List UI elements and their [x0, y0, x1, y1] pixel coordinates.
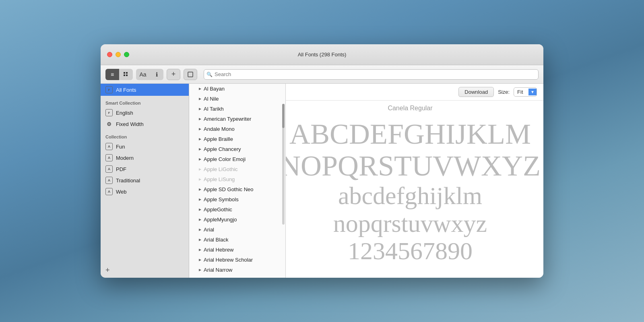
main-content: F All Fonts Smart Collection F English ⚙… [101, 84, 543, 278]
preview-content: Canela Regular ABCDEFGHIJKLM NOPQRSTUVWX… [286, 101, 543, 278]
svg-rect-3 [126, 74, 128, 76]
minimize-button[interactable] [116, 52, 121, 57]
font-name-label: Arial Hebrew Scholar [204, 257, 253, 263]
list-view-button[interactable]: ≡ [105, 69, 119, 80]
font-list-item[interactable]: ▶Al Nile [189, 94, 285, 104]
font-list-item[interactable]: ▶Andale Mono [189, 124, 285, 134]
grid-view-button[interactable] [119, 69, 133, 80]
font-name-label: Arial [204, 227, 214, 233]
preview-toolbar: Download Size: Fit ▼ [286, 84, 543, 101]
font-list-item[interactable]: ▶Arial Rounded MT Bold [189, 275, 285, 278]
font-list-item[interactable]: ▶Apple SD Gothic Neo [189, 184, 285, 194]
all-fonts-label: All Fonts [116, 87, 136, 93]
download-button[interactable]: Download [458, 87, 494, 97]
font-list-item[interactable]: ▶American Typewriter [189, 114, 285, 124]
font-list-item[interactable]: ▶Apple Color Emoji [189, 154, 285, 164]
font-expand-arrow: ▶ [199, 117, 201, 121]
font-name-label: Apple LiSung [204, 176, 235, 182]
sidebar-item-modern[interactable]: A Modern [101, 152, 189, 163]
font-name-label: American Typewriter [204, 116, 251, 122]
sidebar-item-traditional[interactable]: A Traditional [101, 175, 189, 186]
font-expand-arrow: ▶ [199, 97, 201, 101]
close-button[interactable] [107, 52, 112, 57]
svg-rect-2 [124, 74, 125, 76]
sidebar-item-pdf[interactable]: A PDF [101, 163, 189, 175]
size-dropdown-arrow[interactable]: ▼ [528, 89, 537, 95]
font-list-item[interactable]: ▶Arial Hebrew [189, 245, 285, 255]
sidebar-item-modern-label: Modern [116, 155, 134, 161]
english-font-icon: F [105, 109, 113, 116]
font-name-label: Arial Black [204, 237, 228, 243]
font-expand-arrow: ▶ [199, 178, 201, 181]
font-name-label: Andale Mono [204, 126, 235, 132]
font-expand-arrow: ▶ [199, 107, 201, 111]
collection-label: Collection [101, 130, 189, 141]
preview-uppercase-line-2: NOPQRSTUVWXYZ [286, 150, 541, 182]
svg-rect-4 [188, 72, 193, 77]
font-expand-arrow: ▶ [199, 127, 201, 131]
web-icon: A [105, 188, 113, 195]
font-name-label: Al Nile [204, 96, 219, 102]
font-list-item[interactable]: ▶Apple Braille [189, 134, 285, 144]
font-list-scrollbar-thumb[interactable] [282, 104, 285, 128]
font-list-item[interactable]: ▶Al Tarikh [189, 104, 285, 114]
sidebar-item-fixed-width[interactable]: ⚙ Fixed Width [101, 118, 189, 130]
font-name-label: Apple Braille [204, 136, 233, 142]
font-list-item[interactable]: ▶Arial Black [189, 235, 285, 245]
font-list-item[interactable]: ▶Arial [189, 225, 285, 235]
sidebar-item-web[interactable]: A Web [101, 186, 189, 197]
sidebar-item-traditional-label: Traditional [116, 178, 140, 184]
sidebar-item-all-fonts[interactable]: F All Fonts [101, 84, 189, 96]
svg-rect-1 [126, 72, 128, 74]
info-button[interactable]: ℹ [150, 69, 163, 80]
font-preview-button[interactable]: Aa [136, 69, 150, 80]
font-list-items: ▶Al Bayan▶Al Nile▶Al Tarikh▶American Typ… [189, 84, 285, 278]
sidebar-item-english[interactable]: F English [101, 107, 189, 118]
sidebar-item-fun[interactable]: A Fun [101, 141, 189, 152]
font-expand-arrow: ▶ [199, 167, 201, 171]
font-name-label: Apple SD Gothic Neo [204, 186, 254, 192]
font-list-item[interactable]: ▶Apple LiSung [189, 174, 285, 184]
view-toggle-group: ≡ [105, 69, 133, 80]
sidebar-item-pdf-label: PDF [116, 166, 126, 172]
sidebar-item-fixed-width-label: Fixed Width [116, 121, 144, 127]
preview-lowercase-line-1: abcdefghijklm [338, 182, 482, 209]
font-list-item[interactable]: ▶Al Bayan [189, 84, 285, 94]
add-collection-button[interactable]: + [167, 69, 180, 80]
font-list-item[interactable]: ▶AppleGothic [189, 204, 285, 215]
font-controls-group: Aa ℹ [136, 69, 163, 80]
search-input[interactable] [204, 69, 539, 80]
add-button[interactable]: + [101, 263, 189, 278]
font-expand-arrow: ▶ [199, 258, 201, 262]
preview-pane: Download Size: Fit ▼ Canela Regular ABCD… [286, 84, 543, 278]
font-list-item[interactable]: ▶Apple LiGothic [189, 164, 285, 174]
font-list-scrollbar[interactable] [282, 104, 285, 225]
fixed-width-gear-icon: ⚙ [105, 120, 113, 128]
font-list-item[interactable]: ▶Arial Hebrew Scholar [189, 255, 285, 265]
fun-icon: A [105, 143, 113, 150]
size-select[interactable]: Fit ▼ [514, 87, 537, 97]
font-list-item[interactable]: ▶Apple Chancery [189, 144, 285, 154]
preview-text-container: Canela Regular ABCDEFGHIJKLM NOPQRSTUVWX… [286, 105, 541, 264]
toolbar: ≡ Aa ℹ + 🔍 [101, 65, 543, 84]
window-title: All Fonts (298 Fonts) [298, 52, 347, 58]
font-name-label: Apple Color Emoji [204, 156, 246, 162]
font-expand-arrow: ▶ [199, 87, 201, 91]
maximize-button[interactable] [124, 52, 129, 57]
font-name-label: Al Tarikh [204, 106, 224, 112]
font-name-label: Apple LiGothic [204, 166, 238, 172]
font-name-label: AppleMyungjo [204, 217, 237, 223]
pdf-icon: A [105, 165, 113, 173]
traffic-lights [107, 52, 129, 57]
size-label: Size: [498, 89, 510, 95]
font-expand-arrow: ▶ [199, 218, 201, 221]
font-list-item[interactable]: ▶Apple Symbols [189, 194, 285, 204]
font-list-item[interactable]: ▶AppleMyungjo [189, 215, 285, 225]
font-list[interactable]: ▶Al Bayan▶Al Nile▶Al Tarikh▶American Typ… [189, 84, 286, 278]
font-name-label: Apple Chancery [204, 146, 241, 152]
font-name-label: Arial Narrow [204, 267, 233, 273]
font-name-label: Arial Rounded MT Bold [204, 277, 258, 278]
font-name-label: Arial Hebrew [204, 247, 233, 253]
font-list-item[interactable]: ▶Arial Narrow [189, 265, 285, 275]
preview-mode-button[interactable] [184, 69, 197, 80]
